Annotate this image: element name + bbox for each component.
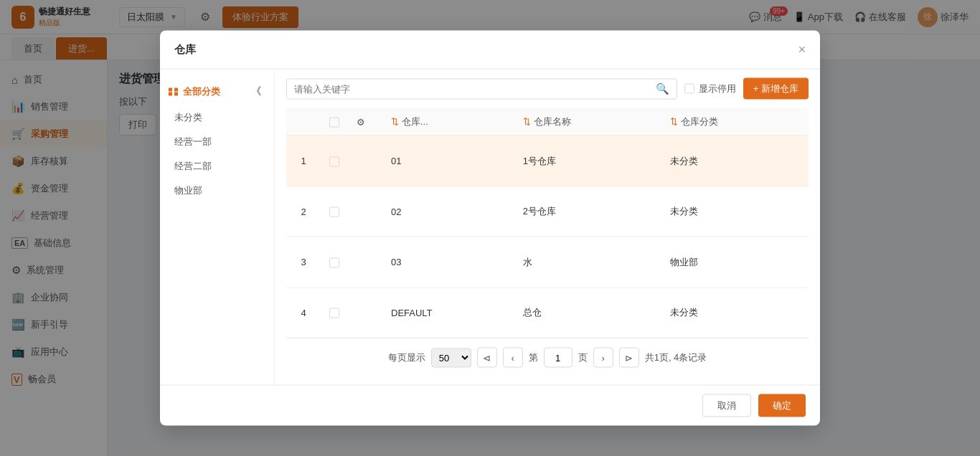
col-header-settings: ⚙ [348,108,382,136]
row-checkbox[interactable] [329,156,339,166]
per-page-label: 每页显示 [388,351,425,364]
total-info: 共1页, 4条记录 [645,351,707,364]
last-page-button[interactable]: ⊳ [619,348,639,368]
cancel-button[interactable]: 取消 [702,394,751,417]
col-header-check [321,108,348,136]
cell-settings [348,186,382,237]
page-suffix: 页 [578,351,588,364]
cell-settings [348,136,382,186]
search-box: 🔍 [286,78,677,99]
collapse-icon[interactable]: 《 [247,84,265,100]
category-item-ops1[interactable]: 经营一部 [160,130,274,154]
cell-settings [348,288,382,338]
first-page-button[interactable]: ⊲ [477,348,497,368]
table-row[interactable]: 2 02 2号仓库 未分类 [286,186,809,237]
show-disabled-checkbox[interactable] [684,84,694,94]
col-header-category: ⇅仓库分类 [661,108,809,136]
sort-icon-category: ⇅ [670,116,678,127]
sort-icon-code: ⇅ [391,116,399,127]
page-input[interactable] [544,348,573,368]
cell-code: 01 [382,136,514,186]
col-header-num [286,108,321,136]
modal-close-button[interactable]: × [798,42,806,57]
cell-settings [348,237,382,288]
cell-check[interactable] [321,237,348,288]
table-header: ⚙ ⇅仓库... ⇅仓库名称 ⇅仓库分类 [286,108,809,136]
cell-category: 物业部 [661,237,809,288]
warehouse-table: ⚙ ⇅仓库... ⇅仓库名称 ⇅仓库分类 [286,108,809,338]
cell-name: 1号仓库 [514,136,661,186]
cell-name: 2号仓库 [514,186,661,237]
category-item-unclassified[interactable]: 未分类 [160,105,274,130]
row-checkbox[interactable] [329,207,339,217]
cell-code: DEFAULT [382,288,514,338]
cell-category: 未分类 [661,186,809,237]
table-row[interactable]: 3 03 水 物业部 [286,237,809,288]
row-checkbox[interactable] [329,257,339,267]
prev-page-button[interactable]: ‹ [503,348,523,368]
cell-num: 3 [286,237,321,288]
table-row[interactable]: 4 DEFAULT 总仓 未分类 [286,288,809,338]
table-toolbar: 🔍 显示停用 + 新增仓库 [286,78,809,100]
cell-category: 未分类 [661,136,809,186]
modal-title: 仓库 [174,43,196,57]
col-header-name: ⇅仓库名称 [514,108,661,136]
cell-num: 1 [286,136,321,186]
category-header: 全部分类 《 [160,78,274,105]
cell-category: 未分类 [661,288,809,338]
pagination-bar: 每页显示 50 10 20 100 ⊲ ‹ 第 页 › ⊳ 共1页, 4条记录 [286,338,809,376]
cell-name: 水 [514,237,661,288]
modal-footer: 取消 确定 [160,385,820,426]
page-label: 第 [529,351,538,364]
category-panel: 全部分类 《 未分类 经营一部 经营二部 物业部 [160,70,275,385]
table-row[interactable]: 1 01 1号仓库 未分类 [286,136,809,186]
col-header-code: ⇅仓库... [382,108,514,136]
next-page-button[interactable]: › [593,348,613,368]
row-checkbox[interactable] [329,308,339,318]
sort-icon-name: ⇅ [523,116,531,127]
add-warehouse-button[interactable]: + 新增仓库 [743,78,809,100]
cell-check[interactable] [321,136,348,186]
cell-check[interactable] [321,186,348,237]
search-button[interactable]: 🔍 [649,82,677,95]
cell-name: 总仓 [514,288,661,338]
modal-header: 仓库 × [160,31,820,70]
modal-body: 全部分类 《 未分类 经营一部 经营二部 物业部 🔍 显示停用 + 新增仓库 [160,70,820,385]
category-item-ops2[interactable]: 经营二部 [160,154,274,179]
table-panel: 🔍 显示停用 + 新增仓库 ⚙ [275,70,820,385]
all-categories-label[interactable]: 全部分类 [183,85,220,98]
search-input[interactable] [287,79,649,98]
cell-num: 2 [286,186,321,237]
show-disabled-text: 显示停用 [699,82,736,95]
table-body: 1 01 1号仓库 未分类 2 [286,136,809,338]
per-page-select[interactable]: 50 10 20 100 [431,348,471,367]
show-disabled-label[interactable]: 显示停用 [684,82,736,95]
category-item-property[interactable]: 物业部 [160,179,274,203]
col-settings-icon: ⚙ [357,116,365,127]
warehouse-modal: 仓库 × 全部分类 《 未分类 经营一部 经营二部 物业部 [160,31,820,426]
cell-code: 02 [382,186,514,237]
cell-check[interactable] [321,288,348,338]
grid-icon [169,87,179,95]
header-checkbox[interactable] [329,117,339,127]
cell-code: 03 [382,237,514,288]
confirm-button[interactable]: 确定 [758,394,806,417]
cell-num: 4 [286,288,321,338]
